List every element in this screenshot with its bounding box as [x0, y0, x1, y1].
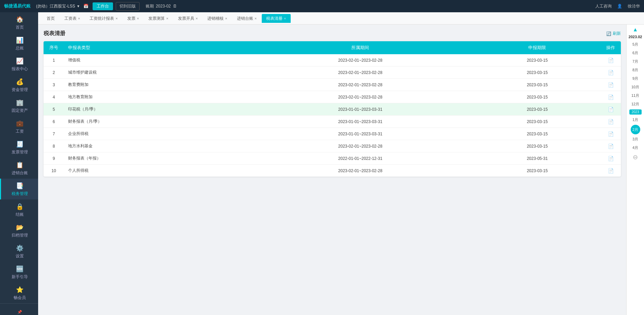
- table-row: 3教育费附加2023-02-01~2023-02-282023-03-15📄: [44, 79, 621, 91]
- topbar-right: 人工咨询 👤 徐泾华: [595, 3, 640, 9]
- timeline-month-2-active[interactable]: 2月: [631, 125, 640, 134]
- tab-purchase-ledger-close[interactable]: ×: [255, 16, 257, 20]
- sidebar-item-vip[interactable]: ⭐ 畅会员: [0, 283, 38, 303]
- tab-purchase-ledger-label: 进销台账: [237, 16, 253, 21]
- timeline-panel: ▲ 2023.02 5月 6月 7月 8月 9月 10月 11月 12月 202…: [626, 25, 644, 315]
- cell-deadline: 2023-03-15: [474, 79, 600, 91]
- tab-home[interactable]: 首页: [42, 14, 59, 23]
- timeline-month-1[interactable]: 1月: [627, 116, 644, 124]
- archive-icon: 📂: [16, 224, 23, 231]
- col-header-action: 操作: [600, 41, 621, 54]
- company-name: (勿动）江西股宝-LSS: [36, 3, 75, 9]
- tab-invoice-close[interactable]: ×: [137, 16, 139, 20]
- home-icon: 🏠: [16, 16, 23, 23]
- sidebar-item-invoices[interactable]: 🧾 发票管理: [0, 137, 38, 158]
- cell-action: 📄: [600, 66, 621, 79]
- document-action-icon[interactable]: 📄: [608, 70, 614, 75]
- tab-salary-stats-close[interactable]: ×: [115, 16, 117, 20]
- document-action-icon[interactable]: 📄: [608, 144, 614, 149]
- cell-deadline: 2023-05-31: [474, 152, 600, 165]
- timeline-month-5[interactable]: 5月: [627, 40, 644, 49]
- tab-purchase-ledger[interactable]: 进销台账 ×: [232, 14, 261, 23]
- sidebar-item-salary[interactable]: 💼 工资: [0, 116, 38, 137]
- cell-period: 2023-02-01~2023-02-28: [246, 91, 474, 103]
- cell-num: 3: [44, 79, 64, 91]
- cell-period: 2023-02-01~2023-02-28: [246, 79, 474, 91]
- tab-purchase-review[interactable]: 进销稽核 ×: [203, 14, 231, 23]
- timeline-month-6[interactable]: 6月: [627, 49, 644, 57]
- cell-type: 印花税（月/季）: [64, 103, 246, 116]
- period-value: 2023-02: [156, 4, 171, 9]
- sidebar-label-reports: 报表中心: [12, 66, 28, 72]
- human-service-link[interactable]: 人工咨询: [595, 3, 612, 9]
- table-row: 9财务报表（年报）2022-01-01~2022-12-312023-05-31…: [44, 152, 621, 165]
- cell-type: 企业所得税: [64, 128, 246, 140]
- sidebar-label-home: 首页: [16, 25, 24, 30]
- timeline-month-10[interactable]: 10月: [627, 83, 644, 91]
- cell-type: 财务报表（年报）: [64, 152, 246, 165]
- sidebar-label-assets: 固定资产: [12, 108, 28, 114]
- timeline-collapse-button[interactable]: ⊖: [633, 152, 638, 162]
- timeline-month-3[interactable]: 3月: [627, 135, 644, 144]
- sidebar-item-home[interactable]: 🏠 首页: [0, 12, 38, 33]
- document-action-icon[interactable]: 📄: [608, 131, 614, 137]
- sidebar-item-ledger[interactable]: 📊 总账: [0, 33, 38, 54]
- document-action-icon[interactable]: 📄: [608, 107, 614, 112]
- old-version-button[interactable]: 切到旧版: [116, 2, 140, 11]
- sidebar-item-settings[interactable]: ⚙️ 设置: [0, 241, 38, 262]
- document-action-icon[interactable]: 📄: [608, 156, 614, 161]
- timeline-month-4[interactable]: 4月: [627, 144, 644, 152]
- period-calendar-icon[interactable]: 🗓: [173, 4, 177, 9]
- avatar: 👤: [617, 4, 622, 9]
- sidebar-item-archive[interactable]: 📂 归档管理: [0, 220, 38, 241]
- tab-salary[interactable]: 工资表 ×: [60, 14, 84, 23]
- table-row: 10个人所得税2023-02-01~2023-02-282023-03-15📄: [44, 165, 621, 177]
- cell-deadline: 2023-03-15: [474, 91, 600, 103]
- table-row: 5印花税（月/季）2023-01-01~2023-03-312023-03-15…: [44, 103, 621, 116]
- timeline-month-8[interactable]: 8月: [627, 66, 644, 74]
- sidebar-item-closing[interactable]: 🔒 结账: [0, 199, 38, 220]
- document-action-icon[interactable]: 📄: [608, 168, 614, 174]
- refresh-button[interactable]: 🔄 刷新: [606, 31, 621, 36]
- sidebar-item-purchase[interactable]: 📋 进销台账: [0, 158, 38, 179]
- document-action-icon[interactable]: 📄: [608, 94, 614, 100]
- cell-action: 📄: [600, 165, 621, 177]
- tab-invoice-open-close[interactable]: ×: [196, 16, 198, 20]
- tab-invoice[interactable]: 发票 ×: [123, 14, 143, 23]
- sidebar-label-invoices: 发票管理: [12, 149, 28, 155]
- tab-tax-list-close[interactable]: ×: [284, 16, 286, 20]
- tab-tax-list[interactable]: 税表清册 ×: [262, 14, 290, 23]
- sidebar-label-funds: 资金管理: [12, 87, 28, 93]
- cell-num: 6: [44, 116, 64, 128]
- col-header-deadline: 申报期限: [474, 41, 600, 54]
- cell-type: 教育费附加: [64, 79, 246, 91]
- document-action-icon[interactable]: 📄: [608, 58, 614, 63]
- tab-salary-close[interactable]: ×: [78, 16, 80, 20]
- timeline-month-7[interactable]: 7月: [627, 57, 644, 66]
- timeline-up-arrow[interactable]: ▲: [633, 26, 638, 33]
- tab-invoice-open[interactable]: 发票开具 ×: [174, 14, 202, 23]
- timeline-month-12[interactable]: 12月: [627, 100, 644, 108]
- timeline-month-9[interactable]: 9月: [627, 74, 644, 83]
- sidebar-item-assets[interactable]: 🏢 固定资产: [0, 95, 38, 116]
- document-action-icon[interactable]: 📄: [608, 82, 614, 88]
- sidebar-label-closing: 结账: [16, 212, 24, 217]
- col-header-period: 所属期间: [246, 41, 474, 54]
- unpin-button[interactable]: 📌 取消固定: [0, 306, 38, 315]
- sidebar-bottom: 📌 取消固定: [0, 303, 38, 315]
- sidebar-item-tax[interactable]: 📑 税务管理: [0, 179, 38, 199]
- tab-purchase-review-close[interactable]: ×: [225, 16, 227, 20]
- tab-salary-stats[interactable]: 工资统计报表 ×: [85, 14, 122, 23]
- timeline-month-11[interactable]: 11月: [627, 91, 644, 100]
- cell-action: 📄: [600, 140, 621, 152]
- purchase-icon: 📋: [16, 161, 23, 169]
- tab-invoice-calc[interactable]: 发票测算 ×: [144, 14, 173, 23]
- sidebar-item-guide[interactable]: 🆕 新手引导: [0, 262, 38, 283]
- sidebar-item-funds[interactable]: 💰 资金管理: [0, 75, 38, 95]
- cell-num: 9: [44, 152, 64, 165]
- document-action-icon[interactable]: 📄: [608, 119, 614, 124]
- sidebar-item-reports[interactable]: 📈 报表中心: [0, 54, 38, 75]
- company-selector[interactable]: (勿动）江西股宝-LSS ▾ 📅: [36, 3, 88, 9]
- workspace-button[interactable]: 工作台: [93, 2, 113, 10]
- tab-invoice-calc-close[interactable]: ×: [166, 16, 168, 20]
